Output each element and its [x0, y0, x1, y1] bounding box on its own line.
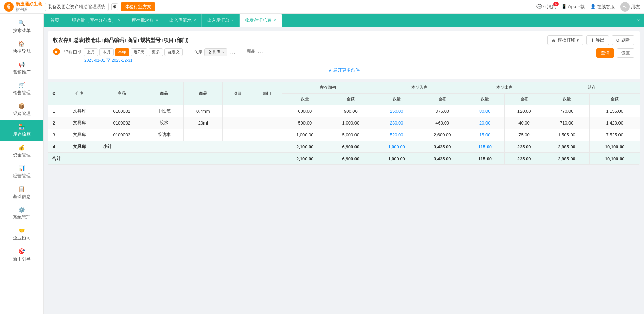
cell-in-amt: 460.00 [419, 117, 465, 129]
top-bar-left: 6 畅捷通好生意 标准版 装备及固定资产辅助管理系统 ⚙ 体验行业方案 [4, 1, 155, 12]
sidebar-item-newbie[interactable]: 🎯 新手引导 [0, 245, 43, 265]
newbie-icon: 🎯 [18, 248, 25, 254]
tab-batch[interactable]: 库存批次账 × [126, 14, 164, 27]
sidebar-item-marketing[interactable]: 📢 营销推广 [0, 58, 43, 79]
total-out-amt: 235.00 [505, 153, 544, 165]
date-btn-this-month[interactable]: 本月 [99, 48, 114, 56]
sidebar-item-inventory[interactable]: 🏪 库存核算 [0, 120, 43, 141]
sidebar-item-finance[interactable]: 💰 资金管理 [0, 141, 43, 162]
total-open-amt: 6,900.00 [328, 153, 374, 165]
refresh-btn-label: 刷新 [621, 37, 630, 43]
print-btn[interactable]: 🖨 模板打印 ▾ [547, 35, 583, 45]
th-out-period: 本期出库 [465, 82, 544, 94]
system-icon: ⚙️ [18, 206, 25, 213]
tab-inout-summary[interactable]: 出入库汇总 × [202, 14, 240, 27]
page-header: 收发存汇总表(按仓库+商品编码+商品+规格型号+项目+部门) 🖨 模板打印 ▾ … [48, 31, 640, 79]
th-balance: 结存 [544, 82, 640, 94]
app-download-item[interactable]: 📱 App下载 [561, 4, 585, 10]
th-out-amt: 金额 [505, 94, 544, 105]
export-btn[interactable]: ⬇ 导出 [586, 35, 609, 45]
main-body: 🔍 搜索菜单 🏠 快捷导航 📢 营销推广 🛒 销售管理 📦 采购管理 🏪 [0, 14, 644, 314]
user-item[interactable]: Ea 用友 [620, 2, 640, 12]
search-icon: 🔍 [18, 20, 25, 26]
cell-out-qty[interactable]: 15.00 [465, 129, 505, 141]
sub-in-amt: 3,435.00 [419, 141, 465, 153]
sidebar-item-basic[interactable]: 📋 基础信息 [0, 182, 43, 203]
filter-warehouse-section: 仓库 文具库 × ... [194, 48, 236, 56]
tab-stock-dist-label: 现存量（库存分布表） [72, 17, 116, 23]
top-bar-actions: 💬 6 6 消息 📱 App下载 👤 在线客服 Ea 用友 [536, 2, 640, 12]
date-btn-more[interactable]: 更多 [149, 48, 163, 56]
notification-item[interactable]: 💬 6 6 消息 [536, 4, 556, 10]
sidebar-label-finance: 资金管理 [13, 152, 31, 158]
print-icon: 🖨 [552, 38, 556, 43]
expand-arrow[interactable]: ▶ [53, 48, 60, 55]
sidebar-item-quicknav[interactable]: 🏠 快捷导航 [0, 37, 43, 58]
warehouse-tag: 文具库 × [204, 48, 227, 56]
sub-bal-qty: 2,985.00 [544, 141, 590, 153]
cell-in-qty[interactable]: 250.00 [374, 105, 419, 117]
system-settings-icon[interactable]: ⚙ [111, 3, 118, 10]
app-name: 畅捷通好生意 [16, 1, 42, 7]
cell-in-qty[interactable]: 520.00 [374, 129, 419, 141]
tab-receive-summary[interactable]: 收发存汇总表 × [240, 14, 282, 27]
marketing-icon: 📢 [18, 61, 25, 68]
cell-project [222, 117, 252, 129]
expand-btn-label: 展开更多条件 [333, 67, 360, 73]
online-service-item[interactable]: 👤 在线客服 [590, 4, 615, 10]
notification-badge: 6 [553, 2, 559, 6]
cell-out-qty[interactable]: 20.00 [465, 117, 505, 129]
total-out-qty: 115.00 [465, 153, 505, 165]
cell-out-amt: 40.00 [505, 117, 544, 129]
tab-inout-summary-close[interactable]: × [231, 18, 234, 23]
date-btn-custom[interactable]: 自定义 [164, 48, 183, 56]
query-btn[interactable]: 查询 [596, 48, 614, 58]
th-goods-name: 商品 [145, 82, 183, 105]
sidebar-item-collab[interactable]: 🤝 企业协同 [0, 224, 43, 245]
trial-btn[interactable]: 体验行业方案 [121, 2, 155, 11]
settings-table-btn[interactable]: 设置 [617, 48, 634, 58]
total-label: 合计 [48, 153, 282, 165]
date-btn-this-year[interactable]: 本年 [115, 48, 129, 56]
tab-home[interactable]: 首页 [44, 14, 66, 27]
warehouse-more-btn[interactable]: ... [229, 49, 236, 55]
th-out-qty: 数量 [465, 94, 505, 105]
cell-code: 0100002 [99, 117, 145, 129]
cell-out-qty[interactable]: 80.00 [465, 105, 505, 117]
table-settings-icon[interactable]: ⚙ [52, 91, 56, 96]
cell-bal-amt: 7,525.00 [590, 129, 640, 141]
sidebar-item-sales[interactable]: 🛒 销售管理 [0, 79, 43, 99]
app-download-label: App下载 [568, 4, 585, 10]
sub-warehouse: 文具库 [60, 141, 99, 153]
sub-out-qty: 115.00 [465, 141, 505, 153]
sidebar-item-operations[interactable]: 📊 经营管理 [0, 162, 43, 182]
chevron-down-icon: ▾ [577, 38, 579, 43]
sidebar-label-marketing: 营销推广 [13, 69, 31, 75]
sidebar-item-search[interactable]: 🔍 搜索菜单 [0, 16, 43, 37]
sidebar-label-search: 搜索菜单 [13, 28, 31, 34]
sidebar-item-purchase[interactable]: 📦 采购管理 [0, 99, 43, 120]
service-icon: 👤 [590, 4, 596, 9]
expand-more-btn[interactable]: ∨ 展开更多条件 [326, 66, 362, 75]
refresh-btn[interactable]: ↺ 刷新 [612, 35, 634, 45]
tab-bar-close[interactable]: × [637, 17, 644, 23]
tab-receive-summary-close[interactable]: × [274, 18, 276, 23]
warehouse-tag-close[interactable]: × [222, 50, 224, 54]
sub-open-amt: 6,900.00 [328, 141, 374, 153]
date-range: 2023-01-01 至 2023-12-31 [64, 57, 183, 63]
tab-batch-close[interactable]: × [156, 18, 158, 23]
cell-bal-qty: 1,505.00 [544, 129, 590, 141]
sidebar-item-system[interactable]: ⚙️ 系统管理 [0, 203, 43, 224]
date-btn-prev-month[interactable]: 上月 [84, 48, 98, 56]
tab-inout-flow-close[interactable]: × [194, 18, 196, 23]
inventory-icon: 🏪 [18, 123, 25, 130]
system-name: 装备及固定资产辅助管理系统 [45, 3, 109, 11]
goods-more-btn[interactable]: ... [258, 48, 264, 54]
app-tag: 标准版 [16, 7, 42, 12]
tab-stock-dist-close[interactable]: × [118, 18, 120, 23]
cell-in-qty[interactable]: 230.00 [374, 117, 419, 129]
date-btn-7days[interactable]: 近7天 [131, 48, 147, 56]
cell-open-amt: 900.00 [328, 105, 374, 117]
tab-inout-flow[interactable]: 出入库流水 × [164, 14, 202, 27]
tab-stock-dist[interactable]: 现存量（库存分布表） × [66, 14, 126, 27]
